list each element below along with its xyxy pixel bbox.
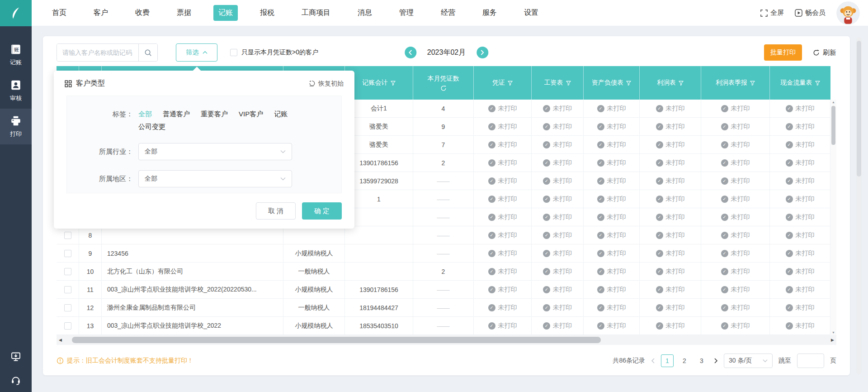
page-button-3[interactable]: 3 — [695, 354, 708, 367]
nav-item-1[interactable]: 客户 — [89, 5, 113, 21]
search-input[interactable] — [57, 44, 138, 61]
nav-item-8[interactable]: 管理 — [394, 5, 419, 21]
printed-check-icon: ✓ — [488, 232, 495, 239]
sidebar-item-print[interactable]: 打印 — [0, 109, 32, 144]
cancel-button[interactable]: 取 消 — [256, 202, 296, 220]
reset-button[interactable]: 恢复初始 — [309, 80, 344, 88]
cell-taxpayer-type: 小规模纳税人 — [283, 244, 345, 263]
table-horizontal-scrollbar[interactable]: ◀ ▶ — [57, 335, 836, 345]
refresh-button[interactable]: 刷新 — [813, 48, 836, 57]
nav-item-10[interactable]: 服务 — [477, 5, 502, 21]
play-icon — [795, 9, 802, 17]
region-label: 所属地区： — [80, 170, 133, 187]
scroll-down-icon[interactable]: ▼ — [832, 331, 835, 334]
nav-item-3[interactable]: 票据 — [172, 5, 196, 21]
prev-month-button[interactable] — [405, 47, 416, 58]
nav-item-5[interactable]: 报税 — [255, 5, 279, 21]
scroll-right-icon[interactable]: ▶ — [831, 338, 834, 342]
nav-item-6[interactable]: 工商项目 — [297, 5, 335, 21]
row-checkbox[interactable] — [64, 232, 71, 239]
printed-check-icon: ✓ — [721, 123, 728, 130]
page-button-1[interactable]: 1 — [661, 354, 674, 367]
print-status-label: 未打印 — [796, 141, 815, 149]
row-checkbox[interactable] — [64, 322, 71, 330]
refresh-label: 刷新 — [823, 48, 836, 57]
jump-page-input[interactable] — [797, 354, 824, 368]
sidebar-item-label: 审核 — [10, 94, 22, 102]
nav-item-2[interactable]: 收费 — [130, 5, 155, 21]
confirm-button[interactable]: 确 定 — [302, 202, 342, 220]
sidebar-item-support[interactable] — [0, 368, 32, 392]
batch-print-button[interactable]: 批量打印 — [764, 44, 802, 61]
row-checkbox[interactable] — [64, 268, 71, 275]
col-header-7[interactable]: 现金流量表 — [770, 66, 830, 100]
page-size-select[interactable]: 30 条/页 — [724, 354, 773, 368]
member-button[interactable]: 畅会员 — [795, 9, 826, 17]
prev-page-button[interactable] — [651, 358, 655, 363]
nav-item-0[interactable]: 首页 — [47, 5, 71, 21]
cell-print-status-0: ✓未打印 — [474, 172, 532, 190]
tag-option-3[interactable]: VIP客户 — [239, 110, 263, 118]
vertical-scroll-thumb[interactable] — [831, 106, 835, 145]
next-page-button[interactable] — [714, 358, 718, 363]
filter-icon — [750, 81, 755, 86]
col-header-2[interactable]: 凭证 — [474, 66, 532, 100]
search-button[interactable] — [138, 44, 157, 61]
scroll-left-icon[interactable]: ◀ — [59, 338, 62, 342]
nav-item-7[interactable]: 消息 — [353, 5, 377, 21]
cell-checkbox — [57, 299, 79, 317]
avatar[interactable] — [836, 1, 860, 25]
fullscreen-button[interactable]: 全屏 — [760, 9, 784, 17]
horizontal-scroll-thumb[interactable] — [72, 337, 601, 343]
printed-check-icon: ✓ — [488, 268, 495, 275]
row-checkbox[interactable] — [64, 304, 71, 311]
cell-customer-name: 003_凉山州零点职业技能培训学校_2022(20220530... — [102, 281, 283, 299]
sidebar-item-audit[interactable]: 审核 — [0, 73, 32, 109]
table-vertical-scrollbar[interactable]: ▲ ▼ — [830, 100, 836, 335]
customer-type-popup: 客户类型 恢复初始 标签： 全部普通客户重要客户VIP客户记账公司变更 所属行业… — [54, 71, 354, 229]
industry-select[interactable]: 全部 — [138, 143, 292, 160]
printed-check-icon: ✓ — [656, 304, 663, 311]
col-header-6[interactable]: 利润表季报 — [701, 66, 770, 100]
page-button-2[interactable]: 2 — [678, 354, 691, 367]
page-buttons: 123 — [661, 354, 708, 367]
region-select[interactable]: 全部 — [138, 170, 292, 187]
nav-item-11[interactable]: 设置 — [519, 5, 543, 21]
page-scroll-thumb[interactable] — [857, 41, 861, 177]
scroll-up-icon[interactable]: ▲ — [832, 100, 835, 104]
cell-taxpayer-type — [283, 226, 345, 244]
print-status-label: 未打印 — [553, 195, 572, 203]
print-status-label: 未打印 — [607, 105, 626, 113]
col-header-5[interactable]: 利润表 — [640, 66, 701, 100]
refresh-icon — [813, 49, 820, 56]
sidebar-item-download[interactable] — [0, 345, 32, 368]
cell-print-status-5: ✓未打印 — [770, 244, 830, 263]
print-status-label: 未打印 — [553, 304, 572, 312]
nav-item-4[interactable]: 记账 — [213, 5, 238, 21]
filter-icon — [566, 81, 571, 86]
col-header-1[interactable]: 本月凭证数 — [413, 66, 474, 100]
row-checkbox[interactable] — [64, 286, 71, 293]
sidebar-item-ledger[interactable]: 账记账 — [0, 37, 32, 73]
nav-item-9[interactable]: 经营 — [436, 5, 460, 21]
app-logo[interactable] — [0, 0, 32, 26]
tag-option-1[interactable]: 普通客户 — [163, 110, 190, 118]
print-status-label: 未打印 — [498, 141, 517, 149]
row-checkbox[interactable] — [64, 250, 71, 257]
col-header-4[interactable]: 资产负债表 — [584, 66, 640, 100]
cell-print-status-1: ✓未打印 — [532, 172, 584, 190]
cell-print-status-4: ✓未打印 — [701, 317, 770, 335]
printed-check-icon: ✓ — [721, 322, 728, 330]
print-status-label: 未打印 — [666, 123, 685, 131]
printed-check-icon: ✓ — [721, 159, 728, 167]
tag-option-2[interactable]: 重要客户 — [201, 110, 228, 118]
col-header-0[interactable]: 记账会计 — [345, 66, 413, 100]
page-vertical-scrollbar[interactable] — [856, 37, 862, 374]
tag-option-0[interactable]: 全部 — [138, 110, 152, 118]
col-header-3[interactable]: 工资表 — [532, 66, 584, 100]
cell-accountant: 18194484427 — [345, 299, 413, 317]
filter-button[interactable]: 筛选 — [176, 43, 217, 62]
only-with-voucher-checkbox[interactable] — [230, 49, 237, 56]
next-month-button[interactable] — [476, 47, 488, 58]
ledger-icon: 账 — [10, 43, 22, 55]
